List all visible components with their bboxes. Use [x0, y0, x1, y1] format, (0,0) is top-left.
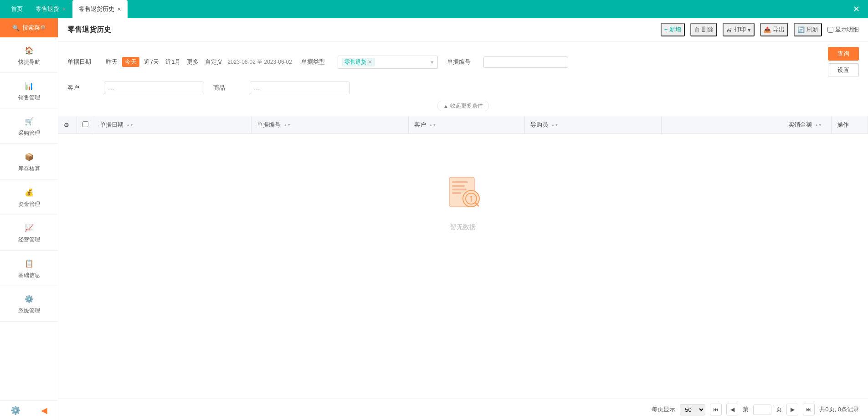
query-button[interactable]: 查询: [828, 47, 859, 61]
sidebar-item-inventory[interactable]: 📦 库存核算: [0, 144, 58, 179]
delete-label: 删除: [702, 26, 714, 34]
export-label: 导出: [773, 26, 785, 34]
column-settings-icon: ⚙: [64, 122, 69, 128]
page-prev-button[interactable]: ◀: [726, 404, 738, 415]
customer-filter-select[interactable]: ...: [104, 82, 204, 94]
inventory-icon: 📦: [23, 150, 36, 163]
sidebar-item-finance[interactable]: 💰 资金管理: [0, 179, 58, 215]
date-option-custom[interactable]: 自定义: [203, 57, 225, 67]
show-detail-checkbox[interactable]: [827, 27, 833, 33]
th-checkbox[interactable]: [77, 116, 94, 134]
th-guide-sort-icon: ▲▼: [551, 123, 559, 127]
refresh-button[interactable]: 🔄 刷新: [794, 23, 822, 36]
current-page-input[interactable]: 1: [753, 405, 771, 415]
select-all-checkbox[interactable]: [82, 121, 88, 127]
new-button[interactable]: + 新增: [661, 23, 685, 36]
sidebar-item-label: 经营管理: [18, 236, 40, 244]
th-customer[interactable]: 客户 ▲▼: [408, 116, 524, 134]
sidebar-item-label: 基础信息: [18, 271, 40, 279]
th-settings[interactable]: ⚙: [58, 116, 77, 134]
tab-retail-return-label: 零售退货: [36, 5, 59, 13]
th-number[interactable]: 单据编号 ▲▼: [251, 116, 408, 134]
page-label-before: 第: [743, 405, 749, 414]
print-button[interactable]: 🖨 打印 ▾: [723, 23, 755, 36]
export-button[interactable]: 📤 导出: [760, 23, 788, 36]
operations-icon: 📈: [23, 221, 36, 234]
tab-retail-return[interactable]: 零售退货 ✕: [29, 0, 72, 18]
topbar-right: ✕: [849, 4, 863, 14]
number-filter-input[interactable]: [483, 56, 568, 68]
search-icon: 🔍: [12, 25, 20, 31]
sidebar-item-label: 采购管理: [18, 129, 40, 137]
settings-bottom-icon[interactable]: ⚙️: [10, 405, 21, 415]
goods-filter-select[interactable]: ...: [250, 82, 350, 94]
tab-retail-return-close[interactable]: ✕: [62, 6, 66, 12]
show-detail-checkbox-label[interactable]: 显示明细: [827, 26, 859, 34]
table-container: ⚙ 单据日期 ▲▼ 单据编号 ▲▼: [58, 116, 868, 399]
export-icon: 📤: [764, 26, 771, 33]
sidebar-item-label: 销售管理: [18, 94, 40, 102]
empty-illustration: [440, 170, 486, 216]
sidebar-item-system-mgmt[interactable]: ⚙️ 系统管理: [0, 286, 58, 322]
total-records: 共0页, 0条记录: [819, 405, 859, 414]
date-option-today[interactable]: 今天: [122, 57, 139, 67]
th-amount-label: 实销金额: [788, 121, 812, 128]
tab-retail-return-history-close[interactable]: ✕: [117, 6, 121, 12]
number-filter-label: 单据编号: [447, 58, 474, 66]
sidebar-item-sales-mgmt[interactable]: 📊 销售管理: [0, 73, 58, 108]
sidebar-item-quick-nav[interactable]: 🏠 快捷导航: [0, 37, 58, 73]
sales-mgmt-icon: 📊: [23, 79, 36, 92]
print-dropdown-icon: ▾: [748, 26, 751, 33]
page-last-button[interactable]: ⏭: [803, 404, 815, 415]
pagination-bar: 每页显示 20 50 100 200 ⏮ ◀ 第 1 页 ▶ ⏭ 共0页, 0条…: [58, 399, 868, 420]
sidebar-item-operations[interactable]: 📈 经营管理: [0, 215, 58, 251]
tab-home-label: 首页: [11, 5, 23, 13]
date-option-1month[interactable]: 近1月: [164, 57, 182, 67]
th-date[interactable]: 单据日期 ▲▼: [94, 116, 251, 134]
collapse-sidebar-icon[interactable]: ◀: [41, 405, 47, 415]
tab-retail-return-history[interactable]: 零售退货历史 ✕: [72, 0, 128, 18]
print-label: 打印: [734, 26, 746, 34]
page-size-select[interactable]: 20 50 100 200: [680, 404, 705, 415]
tab-home[interactable]: 首页: [5, 0, 29, 18]
header-actions: + 新增 🗑 删除 🖨 打印 ▾ 📤 导出 🔄 刷新: [661, 23, 859, 36]
empty-state-cell: 暂无数据: [58, 134, 868, 268]
customer-dots: ...: [108, 84, 114, 92]
collapse-label: 收起更多条件: [450, 102, 483, 110]
page-label-after: 页: [776, 405, 782, 414]
sidebar-search-label: 搜索菜单: [22, 24, 46, 32]
type-filter-select[interactable]: 零售退货 ✕ ▾: [338, 56, 438, 69]
th-customer-label: 客户: [414, 121, 426, 128]
th-actions-label: 操作: [837, 121, 849, 128]
delete-icon: 🗑: [694, 26, 700, 33]
sidebar: 🔍 搜索菜单 🏠 快捷导航 📊 销售管理 🛒 采购管理 📦 库存核算 💰 资金管…: [0, 18, 58, 420]
date-option-7days[interactable]: 近7天: [142, 57, 161, 67]
th-amount[interactable]: 实销金额 ▲▼: [661, 116, 831, 134]
th-guide[interactable]: 导购员 ▲▼: [524, 116, 661, 134]
filter-row-1: 单据日期 昨天 今天 近7天 近1月 更多 自定义 2023-06-02 至 2…: [67, 47, 859, 77]
type-filter-label: 单据类型: [301, 58, 329, 66]
date-option-more[interactable]: 更多: [185, 57, 200, 67]
refresh-icon: 🔄: [797, 26, 805, 33]
sidebar-item-purchase-mgmt[interactable]: 🛒 采购管理: [0, 108, 58, 144]
type-tag-text: 零售退货: [344, 58, 366, 66]
type-tag-close-icon[interactable]: ✕: [368, 59, 372, 65]
th-number-sort-icon: ▲▼: [283, 123, 291, 127]
settings-button[interactable]: 设置: [828, 63, 859, 77]
window-close-button[interactable]: ✕: [849, 4, 863, 14]
purchase-mgmt-icon: 🛒: [23, 115, 36, 128]
date-option-yesterday[interactable]: 昨天: [104, 57, 119, 67]
delete-button[interactable]: 🗑 删除: [690, 23, 717, 36]
date-filter-group: 昨天 今天 近7天 近1月 更多 自定义 2023-06-02 至 2023-0…: [104, 57, 292, 67]
sidebar-item-label: 快捷导航: [18, 58, 40, 66]
page-next-button[interactable]: ▶: [786, 404, 798, 415]
sidebar-item-basic-info[interactable]: 📋 基础信息: [0, 251, 58, 286]
th-number-label: 单据编号: [257, 121, 281, 128]
collapse-button[interactable]: ▲ 收起更多条件: [437, 101, 489, 111]
filter-area: 单据日期 昨天 今天 近7天 近1月 更多 自定义 2023-06-02 至 2…: [58, 41, 868, 116]
tab-retail-return-history-label: 零售退货历史: [79, 5, 114, 13]
sidebar-search[interactable]: 🔍 搜索菜单: [0, 18, 58, 37]
th-actions: 操作: [832, 116, 868, 134]
sidebar-item-label: 资金管理: [18, 200, 40, 208]
page-first-button[interactable]: ⏮: [710, 404, 722, 415]
